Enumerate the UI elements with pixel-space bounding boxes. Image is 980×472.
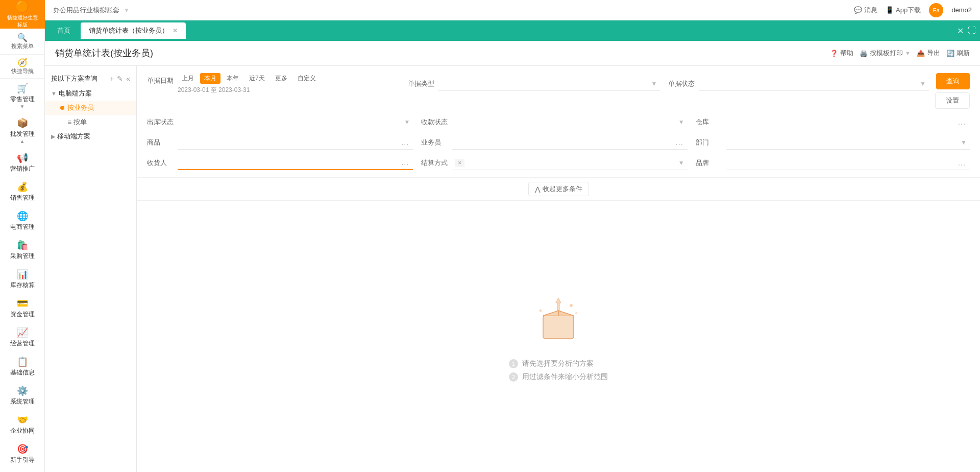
- breadcrumb-text: 办公用品行业模拟账套: [53, 6, 119, 15]
- date-tab-last-month[interactable]: 上月: [178, 73, 198, 84]
- dept-select[interactable]: ▼: [726, 135, 970, 150]
- goods-input[interactable]: …: [178, 135, 413, 150]
- finance-icon: 💳: [17, 298, 28, 309]
- date-tab-more[interactable]: 更多: [271, 73, 291, 84]
- sidebar-item-wholesale[interactable]: 📦 批发管理 ▲: [0, 113, 45, 148]
- logo-icon: 🟠: [15, 0, 29, 13]
- help-button[interactable]: ❓ 帮助: [830, 49, 853, 58]
- sidebar-item-search[interactable]: 🔍 搜索菜单: [0, 29, 45, 55]
- tree-by-order-label: 按单: [74, 117, 87, 127]
- status-select[interactable]: ▼: [699, 77, 929, 91]
- sidebar-item-apps[interactable]: 🔲 应用中心: [0, 468, 45, 472]
- filter-outstatus-cell: 出库状态 ▼: [147, 115, 421, 129]
- sidebar-item-basic[interactable]: 📋 基础信息: [0, 352, 45, 381]
- tree-mobile-label: 移动端方案: [57, 132, 90, 141]
- sidebar-item-purchase[interactable]: 🛍️ 采购管理: [0, 235, 45, 265]
- salesperson-dots-icon: …: [675, 138, 684, 147]
- avatar[interactable]: Ea: [929, 3, 943, 17]
- breadcrumb[interactable]: 办公用品行业模拟账套 ▼: [53, 6, 130, 15]
- sidebar-item-sales[interactable]: 💰 销售管理: [0, 177, 45, 206]
- operations-icon: 📈: [17, 327, 28, 338]
- retail-icon: 🛒: [17, 83, 28, 94]
- add-scheme-button[interactable]: +: [110, 75, 114, 83]
- left-panel: 按以下方案查询 + ✎ « ▼ 电脑端方案 按业务员: [45, 66, 137, 472]
- page-actions: ❓ 帮助 🖨️ 按模板打印 ▼ 📤 导出 🔄 刷新: [830, 49, 970, 64]
- export-icon: 📤: [917, 50, 925, 57]
- newbie-icon: 🎯: [17, 443, 28, 455]
- sidebar-item-operations[interactable]: 📈 经营管理: [0, 323, 45, 352]
- date-tab-7days[interactable]: 近7天: [245, 73, 269, 84]
- sidebar-item-enterprise[interactable]: 🤝 企业协同: [0, 410, 45, 439]
- user-label[interactable]: demo2: [951, 6, 972, 14]
- right-panel: 单据日期 上月 本月 本年 近7天 更多 自定义: [137, 66, 980, 472]
- sidebar-item-quick-nav[interactable]: 🧭 快捷导航: [0, 55, 45, 79]
- sidebar-item-retail[interactable]: 🛒 零售管理 ▼: [0, 79, 45, 113]
- salesperson-input[interactable]: …: [452, 135, 687, 150]
- enterprise-label: 企业协同: [10, 427, 35, 435]
- collapse-panel-button[interactable]: «: [126, 75, 130, 83]
- sidebar-item-system[interactable]: ⚙️ 系统管理: [0, 381, 45, 410]
- settle-label: 结算方式: [421, 158, 452, 168]
- inventory-label: 库存核算: [10, 281, 35, 290]
- goods-dots-icon: …: [401, 138, 410, 147]
- sidebar-item-inventory[interactable]: 📊 库存核算: [0, 265, 45, 294]
- dept-chevron-icon: ▼: [961, 139, 967, 146]
- date-tab-this-year[interactable]: 本年: [223, 73, 243, 84]
- breadcrumb-dropdown-icon: ▼: [124, 7, 130, 14]
- date-tab-this-month[interactable]: 本月: [200, 73, 220, 84]
- date-tab-custom[interactable]: 自定义: [293, 73, 320, 84]
- tree-desktop-section[interactable]: ▼ 电脑端方案: [45, 86, 136, 101]
- tree-arrow-icon: ▼: [51, 90, 57, 97]
- tab-sales-stat[interactable]: 销货单统计表（按业务员） ✕: [81, 22, 186, 39]
- collapse-up-icon: ⋀: [535, 185, 541, 193]
- brand-label: 品牌: [696, 158, 726, 168]
- ecommerce-label: 电商管理: [10, 223, 35, 231]
- tab-maximize-icon[interactable]: ⛶: [968, 26, 976, 36]
- settings-button[interactable]: 设置: [935, 92, 970, 109]
- sidebar-item-marketing[interactable]: 📢 营销推广: [0, 148, 45, 177]
- export-button[interactable]: 📤 导出: [917, 49, 940, 58]
- refresh-button[interactable]: 🔄 刷新: [946, 49, 970, 58]
- collapse-button[interactable]: ⋀ 收起更多条件: [528, 182, 589, 196]
- logo-text: 畅捷通好生意: [7, 14, 38, 21]
- tree-mobile-arrow-icon: ▶: [51, 133, 55, 140]
- collapse-label: 收起更多条件: [543, 184, 582, 194]
- sidebar-item-newbie[interactable]: 🎯 新手引导: [0, 439, 45, 468]
- tip-2-num: 2: [509, 372, 518, 382]
- warehouse-input[interactable]: …: [726, 115, 970, 129]
- search-icon: 🔍: [17, 33, 28, 42]
- salesperson-label: 业务员: [421, 138, 452, 147]
- tree-mobile-section[interactable]: ▶ 移动端方案: [45, 129, 136, 144]
- purchase-label: 采购管理: [10, 252, 35, 261]
- query-button[interactable]: 查询: [936, 73, 970, 89]
- sidebar: 🟠 畅捷通好生意 标版 🔍 搜索菜单 🧭 快捷导航 🛒 零售管理 ▼ 📦 批发管…: [0, 0, 45, 472]
- tab-home[interactable]: 首页: [49, 22, 79, 39]
- left-panel-header: 按以下方案查询 + ✎ «: [45, 71, 136, 86]
- finance-label: 资金管理: [10, 310, 35, 319]
- export-label: 导出: [927, 49, 940, 58]
- left-panel-tools: + ✎ «: [110, 75, 130, 83]
- tab-close-icon[interactable]: ✕: [173, 27, 178, 34]
- sidebar-item-finance[interactable]: 💳 资金管理: [0, 294, 45, 323]
- paystatus-select[interactable]: ▼: [452, 115, 687, 129]
- basic-label: 基础信息: [10, 368, 35, 377]
- date-range-text: 2023-03-01 至 2023-03-31: [178, 86, 400, 95]
- print-button[interactable]: 🖨️ 按模板打印 ▼: [860, 49, 911, 58]
- type-select[interactable]: ▼: [438, 77, 660, 91]
- tab-close-window-icon[interactable]: ✕: [957, 26, 964, 36]
- sidebar-item-ecommerce[interactable]: 🌐 电商管理: [0, 206, 45, 235]
- warehouse-label: 仓库: [696, 117, 726, 127]
- outstatus-select[interactable]: ▼: [178, 115, 413, 129]
- app-download-button[interactable]: 📱 App下载: [886, 6, 921, 15]
- app-logo[interactable]: 🟠 畅捷通好生意 标版: [0, 0, 45, 29]
- tree-item-by-salesperson[interactable]: 按业务员: [45, 101, 136, 115]
- settle-select[interactable]: × ▼: [452, 156, 687, 170]
- brand-input[interactable]: …: [726, 156, 970, 170]
- operations-label: 经营管理: [10, 339, 35, 348]
- content-area: 按以下方案查询 + ✎ « ▼ 电脑端方案 按业务员: [45, 66, 980, 472]
- message-button[interactable]: 💬 消息: [854, 6, 877, 15]
- tree-item-by-order[interactable]: ≡ 按单: [45, 115, 136, 129]
- settle-tag-x[interactable]: ×: [458, 159, 461, 167]
- edit-scheme-button[interactable]: ✎: [117, 75, 123, 83]
- consignee-input[interactable]: …: [178, 156, 413, 170]
